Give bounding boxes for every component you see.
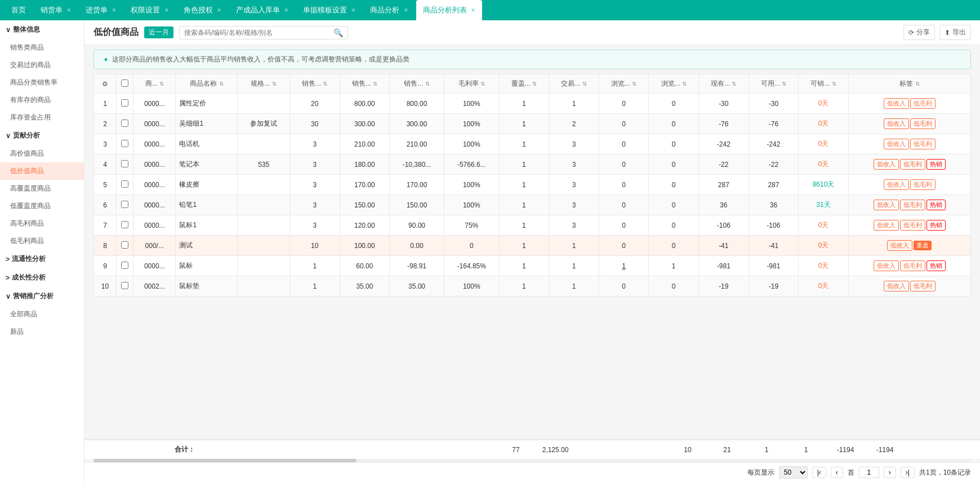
col-sales1-header[interactable]: 销售... ⇅ [289,74,340,94]
row-checkbox-cell[interactable] [117,154,133,175]
col-settings[interactable]: ⚙ [94,74,117,94]
row-coverage: 1 [499,114,549,134]
nav-roles[interactable]: 角色授权 × [177,0,228,20]
col-sales2-header[interactable]: 销售... ⇅ [340,74,390,94]
nav-goods-analysis[interactable]: 商品分析 × [363,0,415,20]
sidebar-item-category-sales[interactable]: 商品分类销售率 [0,74,84,91]
sidebar-group-title-marketing[interactable]: ∨ 营销推广分析 [0,287,84,306]
row-checkbox-cell[interactable] [117,195,133,215]
row-checkbox-cell[interactable] [117,256,133,276]
row-checkbox[interactable] [121,241,128,249]
row-checkbox[interactable] [121,160,128,167]
sidebar-group-title-contribution[interactable]: ∨ 贡献分析 [0,126,84,145]
row-name[interactable]: 鼠标1 [176,215,238,236]
sidebar-item-all-goods[interactable]: 全部商品 [0,306,84,323]
row-name[interactable]: 橡皮擦 [176,175,238,195]
row-checkbox-cell[interactable] [117,276,133,297]
select-all-checkbox[interactable] [121,79,128,87]
close-icon[interactable]: × [284,6,289,14]
nav-sales[interactable]: 销货单 × [34,0,78,20]
row-checkbox[interactable] [121,180,128,188]
row-name[interactable]: 鼠标 [176,256,238,276]
filter-tag[interactable]: 近一月 [144,26,173,38]
sidebar-group-title-overall[interactable]: ∨ 整体信息 [0,20,84,39]
col-spec-header[interactable]: 规格... ⇅ [238,74,290,94]
sidebar-item-traded-goods[interactable]: 交易过的商品 [0,56,84,74]
row-name[interactable]: 电话机 [176,134,238,154]
table-row: 2 0000... 吴细细1 参加复试 30 300.00 300.00 100… [94,114,971,134]
row-checkbox-cell[interactable] [117,134,133,154]
col-name-header[interactable]: 商品名称 ⇅ [176,74,238,94]
nav-home[interactable]: 首页 [5,0,33,20]
sidebar-item-low-margin[interactable]: 低毛利商品 [0,232,84,250]
col-code-header[interactable]: 商... ⇅ [133,74,176,94]
row-days: 0天 [799,215,849,236]
close-icon[interactable]: × [404,6,408,14]
row-name[interactable]: 吴细细1 [176,114,238,134]
row-checkbox-cell[interactable] [117,236,133,256]
row-checkbox[interactable] [121,120,128,127]
col-browse1-header[interactable]: 浏览... ⇅ [599,74,649,94]
col-checkbox[interactable] [117,74,133,94]
close-icon[interactable]: × [471,6,475,14]
search-icon[interactable]: 🔍 [333,28,343,37]
close-icon[interactable]: × [351,6,356,14]
page-number-input[interactable] [859,467,879,478]
row-checkbox-cell[interactable] [117,215,133,236]
sidebar-group-title-growth[interactable]: > 成长性分析 [0,268,84,287]
close-icon[interactable]: × [217,6,221,14]
row-checkbox-cell[interactable] [117,114,133,134]
row-name[interactable]: 测试 [176,236,238,256]
col-margin-header[interactable]: 毛利率 ⇅ [444,74,499,94]
share-button[interactable]: ⟳ 分享 [903,25,935,40]
col-tags-header[interactable]: 标签 ⇅ [848,74,970,94]
sidebar-item-stock-capital[interactable]: 库存资金占用 [0,109,84,126]
first-page-button[interactable]: |‹ [812,467,826,478]
sidebar-item-high-value[interactable]: 高价值商品 [0,145,84,162]
row-checkbox[interactable] [121,99,128,107]
sidebar-item-low-coverage[interactable]: 低覆盖度商品 [0,197,84,215]
nav-product-entry[interactable]: 产成品入库单 × [229,0,295,20]
sidebar-item-new-goods[interactable]: 新品 [0,323,84,341]
sidebar-item-high-margin[interactable]: 高毛利商品 [0,215,84,232]
sidebar-group-title-circulation[interactable]: > 流通性分析 [0,250,84,268]
nav-template[interactable]: 单据模板设置 × [296,0,362,20]
col-browse2-header[interactable]: 浏览... ⇅ [649,74,699,94]
sidebar-item-sales-goods[interactable]: 销售类商品 [0,39,84,56]
col-trade-header[interactable]: 交易... ⇅ [549,74,599,94]
row-name[interactable]: 鼠标垫 [176,276,238,297]
last-page-button[interactable]: ›| [901,467,915,478]
sidebar-item-low-value[interactable]: 低价值商品 [0,162,84,180]
row-checkbox[interactable] [121,201,128,208]
col-sales3-header[interactable]: 销售... ⇅ [390,74,444,94]
row-s1: 30 [289,114,340,134]
nav-purchase[interactable]: 进货单 × [79,0,123,20]
sidebar-item-stocked-goods[interactable]: 有库存的商品 [0,91,84,109]
nav-permissions[interactable]: 权限设置 × [124,0,175,20]
next-page-button[interactable]: › [884,467,896,478]
col-stock3-header[interactable]: 可销... ⇅ [799,74,849,94]
row-checkbox[interactable] [121,221,128,228]
close-icon[interactable]: × [67,6,72,14]
row-checkbox[interactable] [121,262,128,269]
per-page-select[interactable]: 50 100 200 [779,466,808,479]
share-icon: ⟳ [908,29,914,37]
row-browse1[interactable]: 1 [599,256,649,276]
col-stock2-header[interactable]: 可用... ⇅ [749,74,799,94]
search-input[interactable] [184,29,331,37]
close-icon[interactable]: × [112,6,117,14]
col-coverage-header[interactable]: 覆盖... ⇅ [499,74,549,94]
row-name[interactable]: 属性定价 [176,94,238,114]
export-button[interactable]: ⬆ 导出 [939,25,971,40]
row-name[interactable]: 铅笔1 [176,195,238,215]
row-checkbox-cell[interactable] [117,94,133,114]
row-name[interactable]: 笔记本 [176,154,238,175]
row-checkbox[interactable] [121,140,128,147]
sidebar-item-high-coverage[interactable]: 高覆盖度商品 [0,180,84,197]
close-icon[interactable]: × [164,6,169,14]
col-stock1-header[interactable]: 现有... ⇅ [699,74,749,94]
row-checkbox[interactable] [121,282,128,289]
nav-goods-list[interactable]: 商品分析列表 × [416,0,482,20]
prev-page-button[interactable]: ‹ [831,467,843,478]
row-checkbox-cell[interactable] [117,175,133,195]
